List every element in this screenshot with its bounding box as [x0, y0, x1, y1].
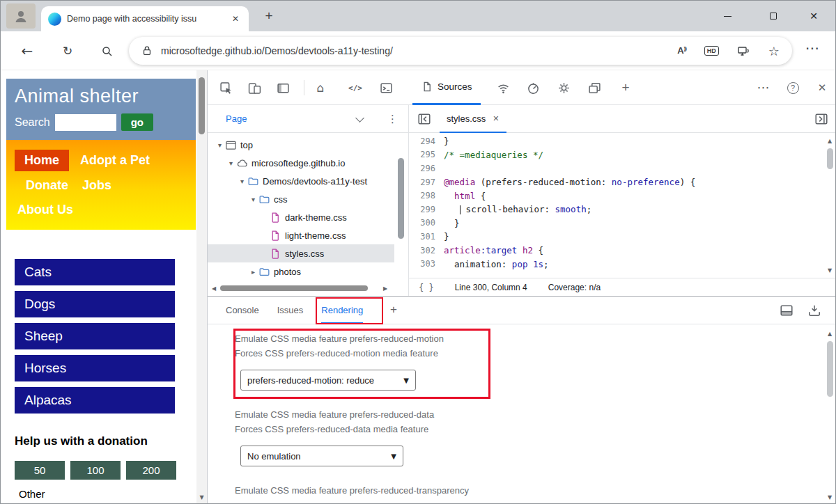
tree-horizontal-scrollbar[interactable]: ◀ ▶	[208, 283, 408, 293]
refresh-button[interactable]: ↻	[56, 40, 79, 62]
tab-sources[interactable]: Sources	[412, 70, 481, 105]
drawer-tab-rendering[interactable]: Rendering	[321, 297, 363, 324]
settings-menu-button[interactable]: ⋯	[805, 40, 820, 56]
drawer-tab-issues[interactable]: Issues	[277, 297, 304, 324]
device-emulation-icon[interactable]	[246, 79, 263, 96]
category-button-alpacas[interactable]: Alpacas	[15, 387, 175, 414]
profile-avatar[interactable]	[6, 3, 36, 29]
category-button-horses[interactable]: Horses	[15, 355, 175, 381]
devtools-close-icon[interactable]: ✕	[814, 79, 830, 96]
go-button[interactable]: go	[121, 113, 153, 131]
url-bar[interactable]: microsoftedge.github.io/Demos/devtools-a…	[129, 37, 792, 65]
network-tab-icon[interactable]	[495, 79, 511, 96]
nav-link-about-us[interactable]: About Us	[15, 200, 76, 220]
tree-horizontal-thumb[interactable]	[220, 285, 368, 291]
performance-tab-icon[interactable]	[525, 79, 541, 96]
pretty-print-icon[interactable]: { }	[419, 283, 434, 292]
tree-scroll-right-icon[interactable]: ▶	[380, 283, 390, 293]
tab-close-icon[interactable]: ✕	[229, 13, 242, 25]
media-controls-icon[interactable]	[737, 45, 750, 57]
tree-expander-icon[interactable]: ▸	[248, 268, 258, 276]
site-lock-icon[interactable]	[141, 45, 153, 56]
tree-item-light-theme-css[interactable]: light-theme.css	[208, 226, 394, 244]
nav-link-jobs[interactable]: Jobs	[79, 175, 114, 196]
search-button[interactable]	[95, 40, 118, 62]
tree-item-top[interactable]: ▾top	[208, 136, 394, 154]
web-page: Animal shelter Search go HomeAdopt a Pet…	[1, 70, 196, 504]
drawer-scrollbar-thumb[interactable]	[827, 341, 833, 397]
url-text[interactable]: microsoftedge.github.io/Demos/devtools-a…	[161, 45, 669, 56]
application-tab-icon[interactable]	[586, 79, 603, 96]
new-tab-button[interactable]: +	[260, 7, 278, 25]
toggle-navigator-icon[interactable]	[417, 112, 431, 126]
editor-scrollbar[interactable]: ▲ ▼	[825, 136, 835, 275]
dock-drawer-icon[interactable]	[780, 304, 794, 317]
editor-scroll-down-icon[interactable]: ▼	[825, 265, 835, 275]
tree-scroll-left-icon[interactable]: ◀	[209, 283, 219, 293]
tree-expander-icon[interactable]: ▾	[215, 141, 225, 149]
favorites-star-icon[interactable]: ☆	[768, 44, 780, 58]
category-button-cats[interactable]: Cats	[15, 259, 175, 285]
tree-item-css[interactable]: ▾css	[208, 190, 394, 208]
editor-tab-close-icon[interactable]: ✕	[493, 114, 499, 123]
tree-expander-icon[interactable]: ▾	[237, 178, 247, 185]
help-icon[interactable]: ?	[784, 79, 801, 96]
page-scroll-down-icon[interactable]: ▼	[196, 492, 207, 503]
donation-button-100[interactable]: 100	[70, 461, 121, 480]
code-area[interactable]: 294}295/* =mediaqueries */296297@media (…	[409, 133, 836, 278]
toggle-sidebar-icon[interactable]	[814, 112, 828, 126]
devtools-menu-icon[interactable]: ⋯	[755, 79, 772, 96]
console-tab-icon[interactable]	[378, 79, 394, 96]
expand-drawer-icon[interactable]	[807, 304, 821, 317]
code-line: 302article:target h2 {	[409, 244, 836, 258]
maximize-button[interactable]	[757, 1, 789, 31]
drawer-tab-console[interactable]: Console	[226, 297, 259, 324]
donation-button-50[interactable]: 50	[15, 461, 65, 480]
hd-icon[interactable]: HD	[704, 46, 719, 56]
editor-scroll-up-icon[interactable]: ▲	[825, 136, 835, 145]
navigator-tab-page[interactable]: Page	[226, 105, 247, 133]
donation-button-200[interactable]: 200	[126, 461, 176, 480]
more-tabs-button[interactable]: +	[617, 79, 634, 96]
tree-item-dark-theme-css[interactable]: dark-theme.css	[208, 208, 394, 226]
navigator-overflow-icon[interactable]: ⋮	[387, 105, 398, 133]
nav-link-donate[interactable]: Donate	[23, 175, 71, 196]
panel-layout-icon[interactable]	[274, 79, 291, 96]
tree-scrollbar-thumb[interactable]	[398, 158, 404, 239]
settings-gear-icon[interactable]	[555, 79, 572, 96]
tree-item-photos[interactable]: ▸photos	[208, 262, 394, 281]
browser-tab[interactable]: Demo page with accessibility issu ✕	[41, 6, 249, 31]
tree-expander-icon[interactable]: ▾	[248, 196, 258, 203]
close-window-button[interactable]: ✕	[798, 1, 830, 31]
render-section-3: Emulate CSS media feature prefers-reduce…	[235, 483, 836, 498]
elements-tab-icon[interactable]: </>	[347, 79, 364, 96]
search-input[interactable]	[55, 114, 116, 131]
section-dropdown-2[interactable]: No emulation▼	[240, 446, 403, 466]
category-button-dogs[interactable]: Dogs	[15, 291, 175, 317]
tree-item-demos-devtools-a11y-test[interactable]: ▾Demos/devtools-a11y-test	[208, 172, 394, 190]
drawer-scroll-down-icon[interactable]: ▼	[825, 492, 835, 502]
drawer-scrollbar[interactable]: ▲ ▼	[825, 329, 835, 502]
section-dropdown-1[interactable]: prefers-reduced-motion: reduce▼	[240, 370, 416, 391]
drawer-scroll-up-icon[interactable]: ▲	[825, 329, 835, 338]
welcome-tab-icon[interactable]: ⌂	[312, 79, 329, 96]
tree-expander-icon[interactable]: ▾	[226, 159, 236, 167]
drawer-more-tools-button[interactable]: +	[390, 297, 397, 324]
tree-scrollbar[interactable]	[396, 136, 405, 283]
cloud-icon	[236, 157, 250, 169]
inspect-icon[interactable]	[217, 79, 234, 96]
chevron-down-icon[interactable]	[355, 113, 364, 123]
tree-item-styles-css[interactable]: styles.css	[208, 244, 394, 262]
page-scrollbar[interactable]: ▼	[196, 70, 207, 504]
editor-scrollbar-thumb[interactable]	[827, 148, 833, 169]
read-aloud-icon[interactable]: A))	[677, 45, 686, 56]
code-line: 303 animation: pop 1s;	[409, 257, 836, 271]
page-scrollbar-thumb[interactable]	[199, 77, 205, 134]
nav-link-adopt-a-pet[interactable]: Adopt a Pet	[77, 150, 153, 171]
editor-tab-styles-css[interactable]: styles.css ✕	[440, 105, 506, 133]
category-button-sheep[interactable]: Sheep	[15, 323, 175, 349]
nav-link-home[interactable]: Home	[15, 150, 69, 171]
back-button[interactable]: ←	[16, 40, 38, 62]
minimize-button[interactable]	[711, 1, 743, 31]
tree-item-microsoftedge-github-io[interactable]: ▾microsoftedge.github.io	[208, 154, 394, 172]
